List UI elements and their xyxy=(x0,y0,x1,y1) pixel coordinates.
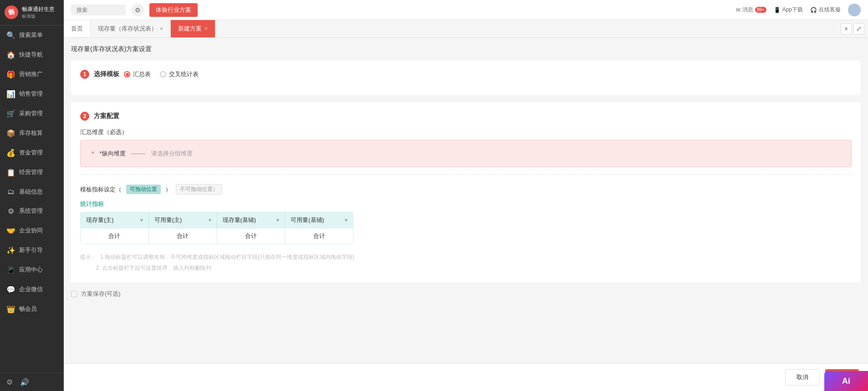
customer-service-label: 在线客服 xyxy=(819,6,841,14)
sidebar-item-label: 采购管理 xyxy=(19,109,43,118)
customer-service-button[interactable]: 🎧 在线客服 xyxy=(810,6,841,14)
radio-cross-label: 交叉统计表 xyxy=(169,70,199,78)
sidebar-nav: 🔍 搜索菜单 🏠 快捷导航 🎁 营销推广 📊 销售管理 🛒 采购管理 📦 库存核… xyxy=(0,26,64,373)
topbar-right: ✉ 消息 99+ 📱 App下载 🎧 在线客服 xyxy=(736,4,861,16)
gift-icon: 🎁 xyxy=(6,70,15,79)
panel-close-button[interactable]: × xyxy=(841,23,852,34)
app-download-button[interactable]: 📱 App下载 xyxy=(774,6,803,14)
settings-button[interactable]: ⚙ xyxy=(131,4,144,16)
sidebar-item-label: 新手引导 xyxy=(19,246,43,254)
chevron-down-icon-2[interactable]: ▾ xyxy=(276,217,279,223)
stat-table: 现存量(主) ▾ 可用量(主) ▾ 现存量(基辅) ▾ 可用量(基辅) xyxy=(80,212,353,244)
tab-new-plan-label: 新建方案 xyxy=(178,25,202,33)
template-radio-group: 汇总表 交叉统计表 xyxy=(124,70,199,78)
step2-card: 2 方案配置 汇总维度（必选） * *纵向维度 —— 请选择分组维度 模板指标设… xyxy=(71,103,861,283)
tab-inventory-label: 现存量（库存状况表） xyxy=(98,25,157,33)
stat-table-header: 现存量(主) ▾ 可用量(主) ▾ 现存量(基辅) ▾ 可用量(基辅) xyxy=(81,212,353,228)
messages-button[interactable]: ✉ 消息 99+ xyxy=(736,6,766,14)
step2-title: 方案配置 xyxy=(94,112,119,120)
operations-icon: 📋 xyxy=(6,168,15,177)
sidebar-item-cooperation[interactable]: 🤝 企业协同 xyxy=(0,221,64,241)
topbar: ⚙ 体验行业方案 ✉ 消息 99+ 📱 App下载 🎧 在线客服 xyxy=(64,0,868,20)
tab-home[interactable]: 首页 xyxy=(64,20,91,37)
tag-not-movable: 不可拖动位置） xyxy=(176,184,222,195)
sidebar-item-label: 营销推广 xyxy=(19,70,43,78)
avatar[interactable] xyxy=(848,4,861,16)
tabbar: 首页 现存量（库存状况表） × 新建方案 × × ⤢ xyxy=(64,20,868,38)
sidebar-item-marketing[interactable]: 🎁 营销推广 xyxy=(0,65,64,84)
radio-summary-circle xyxy=(124,71,130,77)
vip-icon: 👑 xyxy=(6,305,15,314)
indicator-separator: ） xyxy=(165,185,171,194)
finance-icon: 💰 xyxy=(6,149,15,157)
sidebar-item-label: 应用中心 xyxy=(19,266,43,274)
indicator-config-label: 模板指标设定（ xyxy=(80,185,122,194)
messages-badge: 99+ xyxy=(755,7,766,13)
tab-inventory-status[interactable]: 现存量（库存状况表） × xyxy=(91,20,171,37)
stat-col-1: 可用量(主) ▾ xyxy=(149,212,217,228)
sidebar-item-vip[interactable]: 👑 畅会员 xyxy=(0,299,64,319)
sidebar-bottom: ⚙ 🔊 xyxy=(0,373,64,391)
radio-cross[interactable]: 交叉统计表 xyxy=(160,70,199,78)
search-input[interactable] xyxy=(71,5,126,15)
sidebar-item-finance[interactable]: 💰 资金管理 xyxy=(0,143,64,163)
stat-cell-0: 合计 xyxy=(81,228,149,244)
step2-label: 2 方案配置 xyxy=(80,112,852,121)
panel-expand-button[interactable]: ⤢ xyxy=(853,23,864,34)
sound-icon[interactable]: 🔊 xyxy=(20,378,29,386)
sidebar-item-label: 销售管理 xyxy=(19,90,43,98)
tab-new-plan[interactable]: 新建方案 × xyxy=(171,20,215,37)
sidebar-item-quick-nav[interactable]: 🏠 快捷导航 xyxy=(0,45,64,65)
stat-col-2-label: 现存量(基辅) xyxy=(223,216,256,224)
guide-icon: ✨ xyxy=(6,246,15,255)
sidebar: 畅 畅康通好生意 标准版 🔍 搜索菜单 🏠 快捷导航 🎁 营销推广 📊 销售管理… xyxy=(0,0,64,391)
tip-line-1: 提示： 1.拖动标题栏可以调整布局，不可跨维度或指标区域拖动栏目字段(只能在同一… xyxy=(80,252,852,262)
save-checkbox[interactable] xyxy=(71,291,77,297)
settings-icon[interactable]: ⚙ xyxy=(6,378,13,386)
basic-info-icon: 🗂 xyxy=(6,188,15,196)
stat-cell-2: 合计 xyxy=(217,228,286,244)
main-area: ⚙ 体验行业方案 ✉ 消息 99+ 📱 App下载 🎧 在线客服 首页 xyxy=(64,0,868,391)
sidebar-item-purchase[interactable]: 🛒 采购管理 xyxy=(0,104,64,123)
trial-button[interactable]: 体验行业方案 xyxy=(149,3,198,17)
message-icon: ✉ xyxy=(736,7,740,13)
ai-fab-button[interactable]: Ai xyxy=(824,371,868,391)
sidebar-item-search-menu[interactable]: 🔍 搜索菜单 xyxy=(0,26,64,45)
radio-summary-label: 汇总表 xyxy=(133,70,151,78)
tab-new-plan-close-icon[interactable]: × xyxy=(204,26,208,32)
tab-inventory-close-icon[interactable]: × xyxy=(160,26,163,32)
indicator-config: 模板指标设定（ 可拖动位置 ） 不可拖动位置） 统计指标 现存量(主) ▾ 可用… xyxy=(80,184,852,244)
dim-required-area: * *纵向维度 —— 请选择分组维度 xyxy=(80,140,852,167)
logo-area: 畅 畅康通好生意 标准版 xyxy=(0,0,64,26)
stat-cell-1: 合计 xyxy=(149,228,217,244)
radio-summary[interactable]: 汇总表 xyxy=(124,70,151,78)
sidebar-item-label: 畅会员 xyxy=(19,305,37,313)
dim-star: * xyxy=(92,150,94,157)
sidebar-item-label: 资金管理 xyxy=(19,149,43,157)
sidebar-item-label: 企业微信 xyxy=(19,285,43,293)
radio-cross-circle xyxy=(160,71,166,77)
chevron-down-icon-1[interactable]: ▾ xyxy=(209,217,211,223)
home-icon: 🏠 xyxy=(6,51,15,59)
step1-card: 1 选择模板 汇总表 交叉统计表 xyxy=(71,61,861,95)
cancel-button[interactable]: 取消 xyxy=(785,369,820,386)
tab-home-label: 首页 xyxy=(71,25,83,33)
chevron-down-icon-0[interactable]: ▾ xyxy=(140,217,143,223)
sidebar-item-operations[interactable]: 📋 经营管理 xyxy=(0,163,64,182)
sidebar-item-new-guide[interactable]: ✨ 新手引导 xyxy=(0,241,64,260)
sidebar-item-basic-info[interactable]: 🗂 基础信息 xyxy=(0,182,64,201)
save-option-label: 方案保存(可选) xyxy=(81,290,121,298)
stat-col-2: 现存量(基辅) ▾ xyxy=(217,212,286,228)
sidebar-item-inventory[interactable]: 📦 库存核算 xyxy=(0,123,64,143)
stat-col-0-label: 现存量(主) xyxy=(86,216,114,224)
sidebar-item-sales[interactable]: 📊 销售管理 xyxy=(0,84,64,104)
stat-cell-3: 合计 xyxy=(285,228,353,244)
search-menu-icon: 🔍 xyxy=(6,31,15,40)
sidebar-item-label: 企业协同 xyxy=(19,226,43,235)
chevron-down-icon-3[interactable]: ▾ xyxy=(345,217,347,223)
headset-icon: 🎧 xyxy=(810,7,817,13)
dim-arrow: —— xyxy=(131,149,146,158)
sidebar-item-wechat[interactable]: 💬 企业微信 xyxy=(0,280,64,299)
sidebar-item-app-center[interactable]: 📱 应用中心 xyxy=(0,260,64,280)
sidebar-item-system[interactable]: ⚙ 系统管理 xyxy=(0,201,64,221)
